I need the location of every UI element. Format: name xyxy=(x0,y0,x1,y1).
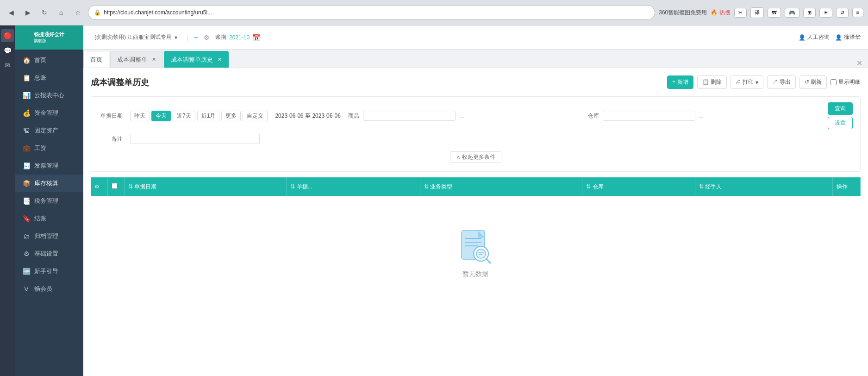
grid-tool[interactable]: ⊞ xyxy=(803,8,816,18)
sidebar-item-member[interactable]: V畅会员 xyxy=(15,280,83,298)
export-btn[interactable]: ↗ 导出 xyxy=(767,75,795,89)
tab-cost-history-close[interactable]: ✕ xyxy=(218,56,222,63)
show-col-checkbox[interactable] xyxy=(831,79,837,85)
tab-home[interactable]: 首页 xyxy=(83,51,109,68)
warehouse-input[interactable] xyxy=(603,111,695,121)
address-bar[interactable]: 🔒 https://cloud.chanjet.com/accounting/u… xyxy=(88,5,655,20)
close-all-tabs[interactable]: ✕ xyxy=(856,59,862,68)
user-info[interactable]: 👤 徐泽华 xyxy=(835,33,861,41)
sidebar-item-ledger[interactable]: 📋总账 xyxy=(15,69,83,87)
menu-tool[interactable]: ≡ xyxy=(852,8,863,17)
tab-cost-history[interactable]: 成本调整单历史 ✕ xyxy=(164,51,229,68)
sidebar-item-invoice[interactable]: 🧾发票管理 xyxy=(15,157,83,175)
refresh-button[interactable]: ↻ xyxy=(38,6,51,19)
tab-cost-adjust-label: 成本调整单 xyxy=(117,56,147,64)
date-quick-btn-0[interactable]: 昨天 xyxy=(130,111,150,121)
date-quick-group: 昨天今天近7天近1月更多自定义 xyxy=(130,111,268,121)
sidebar-item-home[interactable]: 🏠首页 xyxy=(15,51,83,69)
date-quick-btn-4[interactable]: 更多 xyxy=(221,111,241,121)
sidebar-item-settle[interactable]: 🔖结账 xyxy=(15,210,83,227)
print-btn[interactable]: 🖨 打印 ▾ xyxy=(731,75,763,89)
sidebar-item-guide[interactable]: 🆕新手引导 xyxy=(15,263,83,280)
back-button[interactable]: ◀ xyxy=(5,6,18,19)
date-quick-btn-2[interactable]: 近7天 xyxy=(173,111,195,121)
sidebar-item-tax[interactable]: 📑税务管理 xyxy=(15,192,83,210)
th-date[interactable]: ⇅ 单据日期 xyxy=(124,177,287,196)
service-btn[interactable]: 👤 人工咨询 xyxy=(799,33,830,41)
th-settings[interactable]: ⚙ xyxy=(91,177,107,196)
star-button[interactable]: ☆ xyxy=(71,6,84,19)
show-col-toggle[interactable]: 显示明细 xyxy=(831,78,861,86)
table-body: 暂无数据 xyxy=(91,196,861,306)
svg-point-6 xyxy=(476,249,486,258)
sidebar-label-settle: 结账 xyxy=(34,214,46,223)
scissors-tool[interactable]: ✂ xyxy=(734,8,747,18)
sidebar-label-tax: 税务管理 xyxy=(34,197,58,205)
warehouse-dots[interactable]: ... xyxy=(699,113,704,119)
tab-cost-adjust[interactable]: 成本调整单 ✕ xyxy=(110,51,163,68)
game-tool[interactable]: 🎮 xyxy=(785,8,799,18)
user-name-text: 徐泽华 xyxy=(844,33,861,41)
empty-cell: 暂无数据 xyxy=(91,196,861,306)
sidebar-icon-home: 🏠 xyxy=(22,56,31,64)
new-btn[interactable]: + 新增 xyxy=(667,75,693,89)
wallet-tool[interactable]: ₩ xyxy=(768,8,781,18)
filter-settings-btn[interactable]: 设置 xyxy=(828,117,853,129)
sidebar-label-inventory: 库存核算 xyxy=(34,179,58,188)
delete-btn[interactable]: 📋 删除 xyxy=(697,75,727,89)
tab-cost-adjust-close[interactable]: ✕ xyxy=(152,56,156,63)
add-btn[interactable]: + xyxy=(194,33,198,42)
collapse-btn[interactable]: ∧ 收起更多条件 xyxy=(450,151,501,163)
refresh-btn[interactable]: ↺ 刷新 xyxy=(799,75,827,89)
icon-bar-chat[interactable]: 💬 xyxy=(1,44,14,57)
topbar-settings-icon[interactable]: ⚙ xyxy=(204,34,210,41)
th-operator-label: ⇅ 经手人 xyxy=(699,183,722,191)
product-dots[interactable]: ... xyxy=(459,113,464,119)
empty-row: 暂无数据 xyxy=(91,196,861,306)
search-hint: 360智能抠图免费用 xyxy=(659,9,707,17)
sidebar-item-salary[interactable]: 💼工资 xyxy=(15,139,83,157)
forward-button[interactable]: ▶ xyxy=(21,6,34,19)
warehouse-label: 仓库 xyxy=(588,112,599,120)
sidebar-logo: 畅捷通好会计 旗舰版 xyxy=(15,25,83,50)
theme-tool[interactable]: ☀ xyxy=(819,8,832,18)
top-bar-right: 👤 人工咨询 👤 徐泽华 xyxy=(799,33,861,41)
sidebar-item-funds[interactable]: 💰资金管理 xyxy=(15,104,83,122)
date-quick-btn-5[interactable]: 自定义 xyxy=(243,111,268,121)
th-checkbox[interactable] xyxy=(107,177,124,196)
th-operator[interactable]: ⇅ 经手人 xyxy=(695,177,832,196)
sidebar-item-settings[interactable]: ⚙基础设置 xyxy=(15,245,83,263)
tab-home-label: 首页 xyxy=(90,56,102,64)
date-quick-btn-1[interactable]: 今天 xyxy=(151,111,171,121)
sidebar-item-archive[interactable]: 🗂归档管理 xyxy=(15,227,83,245)
date-quick-btn-3[interactable]: 近1月 xyxy=(197,111,220,121)
th-biztype[interactable]: ⇅ 业务类型 xyxy=(420,177,582,196)
remark-input[interactable] xyxy=(130,134,260,144)
th-number[interactable]: ⇅ 单据... xyxy=(287,177,420,196)
translate-tool[interactable]: 译 xyxy=(750,7,764,18)
sidebar-item-inventory[interactable]: 📦库存核算 xyxy=(15,175,83,192)
sidebar-label-member: 畅会员 xyxy=(34,285,52,293)
sidebar-item-fixed[interactable]: 🏗固定资产 xyxy=(15,122,83,139)
history-tool[interactable]: ↺ xyxy=(836,8,849,18)
query-btn[interactable]: 查询 xyxy=(828,102,853,115)
sidebar-label-guide: 新手引导 xyxy=(34,267,58,276)
calendar-icon[interactable]: 📅 xyxy=(252,34,260,41)
th-warehouse[interactable]: ⇅ 仓库 xyxy=(582,177,695,196)
icon-bar-weibo[interactable]: 🔴 xyxy=(1,29,14,42)
product-input[interactable] xyxy=(363,111,456,121)
sidebar-item-reports[interactable]: 📊云报表中心 xyxy=(15,87,83,104)
sidebar-icon-funds: 💰 xyxy=(22,109,31,117)
top-divider: | xyxy=(187,34,188,41)
date-filter-label: 单据日期 xyxy=(99,112,123,120)
select-all-checkbox[interactable] xyxy=(112,183,118,189)
table-header-row: ⚙ ⇅ 单据日期 ⇅ 单据... xyxy=(91,177,861,196)
filter-row-1: 单据日期 昨天今天近7天近1月更多自定义 2023-06-06 至 2023-0… xyxy=(99,102,853,129)
logo-sub: 旗舰版 xyxy=(34,38,64,44)
period-value: 2021-10 xyxy=(229,34,250,41)
home-button[interactable]: ⌂ xyxy=(55,6,68,19)
company-selector[interactable]: (勿删勿禁用) 江西服宝测试专用 ▾ xyxy=(91,31,181,43)
icon-bar-envelope[interactable]: ✉ xyxy=(1,59,14,72)
th-date-label: ⇅ 单据日期 xyxy=(128,183,156,191)
th-biztype-label: ⇅ 业务类型 xyxy=(424,183,452,191)
